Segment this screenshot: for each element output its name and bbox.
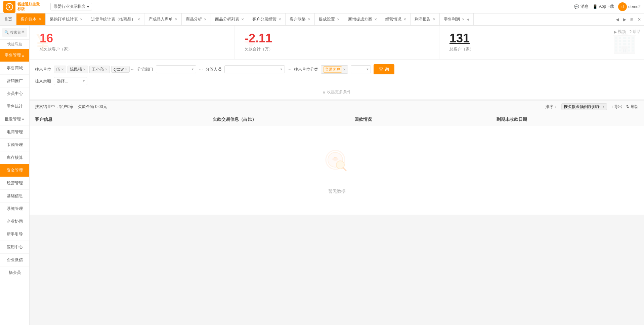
- filter-manager-select[interactable]: [224, 65, 285, 73]
- sidebar-item-marketing[interactable]: 营销推广: [0, 75, 29, 87]
- sidebar-item-enterprise-collab[interactable]: 企业协同: [0, 215, 29, 228]
- tab-close-icon[interactable]: ✕: [433, 17, 435, 21]
- query-button[interactable]: 查 询: [374, 64, 394, 74]
- tag-close-wangxiaoliang[interactable]: ✕: [105, 68, 108, 71]
- messages-button[interactable]: 💬 消息: [574, 4, 589, 9]
- tab-retail-profit[interactable]: 零售利润 ✕ ◀: [440, 13, 474, 25]
- sidebar-item-retail-management[interactable]: 零售管理 ▲: [0, 49, 29, 62]
- sidebar-item-ecommerce[interactable]: 电商管理: [0, 126, 29, 139]
- sidebar-quick-nav[interactable]: 快捷导航: [0, 40, 29, 49]
- sidebar-item-inventory[interactable]: 库存核算: [0, 151, 29, 164]
- help-icon[interactable]: ?帮助: [629, 29, 641, 35]
- tab-home[interactable]: 首页: [0, 13, 16, 25]
- filter-balance-select[interactable]: 选择...: [54, 77, 87, 85]
- tab-close-icon[interactable]: ✕: [374, 17, 377, 21]
- empty-state: 暂无数据: [30, 126, 644, 215]
- tab-product-inbound[interactable]: 产成品入库单 ✕: [144, 13, 182, 25]
- tab-close-icon[interactable]: ✕: [403, 17, 406, 21]
- tab-close-icon[interactable]: ✕: [241, 17, 244, 21]
- tab-close-icon[interactable]: ✕: [80, 17, 83, 21]
- table-header: 客户信息 欠款交易信息（占比） 回款情况 到期未收款日期: [30, 113, 644, 126]
- search-menu-button[interactable]: 🔍 搜索菜单: [2, 28, 27, 37]
- tab-commission-settings[interactable]: 提成设置 ✕: [315, 13, 344, 25]
- sort-select[interactable]: 按欠款金额倒序排序: [561, 103, 607, 110]
- sidebar-item-app-center[interactable]: 应用中心: [0, 241, 29, 254]
- sidebar-item-member[interactable]: 畅会员: [0, 266, 29, 279]
- tab-purchase-stats[interactable]: 进货单统计表（按商品） ✕: [87, 13, 144, 25]
- avatar: d: [618, 2, 627, 11]
- tab-purchase-order[interactable]: 采购订单统计表 ✕: [46, 13, 87, 25]
- export-icon: ↑: [611, 104, 613, 109]
- filter-manager-select-wrap: [224, 65, 285, 73]
- tab-product-analysis-list[interactable]: 商品分析列表 ✕: [211, 13, 248, 25]
- tag-close-ordinary-customer[interactable]: ✕: [343, 68, 346, 71]
- sidebar-item-member-center[interactable]: 会员中心: [0, 87, 29, 100]
- sidebar-item-new-guide[interactable]: 新手引导: [0, 228, 29, 241]
- main-layout: 🔍 搜索菜单 快捷导航 零售管理 ▲ 零售商城 营销推广 会员中心 零售统计 批…: [0, 26, 644, 325]
- sidebar-item-wechat[interactable]: 企业微信: [0, 254, 29, 266]
- filter-row-1: 往来单位 伍 ✕ 陈民强 ✕ 王小亮 ✕ cjttcw: [35, 64, 639, 74]
- filter-label-manager: 分管人员: [206, 67, 222, 72]
- logo-icon: ¥: [3, 1, 15, 13]
- tag-close-chenminqiang[interactable]: ✕: [83, 68, 86, 71]
- nav-close-all-icon[interactable]: ✕: [636, 16, 643, 23]
- user-profile[interactable]: d demo2: [618, 2, 641, 11]
- tab-close-icon[interactable]: ✕: [204, 17, 207, 21]
- tab-close-icon[interactable]: ✕: [308, 17, 310, 21]
- tab-business-status[interactable]: 经营情况 ✕: [381, 13, 411, 25]
- sidebar-item-operations[interactable]: 经营管理: [0, 177, 29, 190]
- video-help-icon[interactable]: ▶视频: [614, 29, 626, 35]
- stat-number-all-customers: 131: [449, 32, 634, 44]
- tab-close-icon[interactable]: ✕: [278, 17, 281, 21]
- refresh-button[interactable]: ↻ 刷新: [626, 104, 639, 110]
- filter-tag-cjttcw: cjttcw ✕: [111, 66, 130, 73]
- stat-label-debt: 欠款合计（万）: [245, 46, 429, 52]
- tab-close-icon[interactable]: ✕: [39, 17, 41, 21]
- filter-manager-more[interactable]: ···: [288, 67, 292, 72]
- result-actions: 排序： 按欠款金额倒序排序 ↑ 导出 ↻ 刷新: [545, 103, 639, 110]
- chevron-icon: ▼: [22, 118, 25, 121]
- sidebar-item-retail-stats[interactable]: 零售统计: [0, 100, 29, 113]
- export-button[interactable]: ↑ 导出: [611, 104, 622, 110]
- sidebar-item-basic-info[interactable]: 基础信息: [0, 190, 29, 203]
- filter-tags-unit: 伍 ✕ 陈民强 ✕ 王小亮 ✕ cjttcw ✕ ···: [54, 66, 134, 73]
- tab-product-analysis[interactable]: 商品分析 ✕: [182, 13, 211, 25]
- col-overdue-date: 到期未收款日期: [497, 116, 639, 122]
- filter-label-category: 往来单位分类: [294, 67, 318, 72]
- empty-text: 暂无数据: [328, 188, 346, 194]
- tab-new-commission[interactable]: 新增提成方案 ✕: [344, 13, 381, 25]
- tag-close-cjttcw[interactable]: ✕: [125, 68, 127, 71]
- sidebar-item-retail-mall[interactable]: 零售商城: [0, 62, 29, 75]
- sidebar-item-system[interactable]: 系统管理: [0, 203, 29, 215]
- sidebar-item-finance[interactable]: 资金管理: [0, 164, 29, 177]
- filter-more-tags[interactable]: ···: [131, 67, 134, 72]
- filter-balance-select-wrap: 选择...: [54, 77, 87, 85]
- workspace-selector[interactable]: 母婴行业演示帐套 ▾: [50, 3, 92, 10]
- data-table: 客户信息 欠款交易信息（占比） 回款情况 到期未收款日期: [30, 113, 644, 215]
- nav-next-arrow[interactable]: ▶: [621, 16, 628, 23]
- filter-dept-select[interactable]: [156, 65, 196, 73]
- tab-close-icon[interactable]: ✕: [462, 17, 465, 21]
- tab-customer-ledger[interactable]: 客户账本 ✕: [16, 13, 46, 25]
- nav-expand-icon[interactable]: ⊞: [629, 16, 635, 23]
- filter-tag-chenminqiang: 陈民强 ✕: [68, 66, 88, 73]
- tab-customer-tier[interactable]: 客户分层经营 ✕: [248, 13, 286, 25]
- tab-close-icon[interactable]: ✕: [337, 17, 340, 21]
- tab-profit-report[interactable]: 利润报告 ✕: [411, 13, 440, 25]
- stat-number-debt: -2.11: [245, 32, 429, 44]
- sidebar-item-wholesale[interactable]: 批发管理 ▼: [0, 113, 29, 126]
- filter-label-balance: 往来余额: [35, 78, 51, 84]
- collapse-filter-button[interactable]: ∧ 收起更多条件: [35, 88, 639, 95]
- result-summary: 搜索结果中，客户0家 欠款金额 0.00元: [35, 104, 107, 110]
- tab-customer-contact[interactable]: 客户联络 ✕: [286, 13, 315, 25]
- sidebar-search-area: 🔍 搜索菜单: [0, 26, 29, 40]
- tag-close-wu[interactable]: ✕: [61, 68, 64, 71]
- nav-prev-arrow[interactable]: ◀: [614, 16, 620, 23]
- filter-dept-more[interactable]: ···: [199, 67, 203, 72]
- chevron-up-icon: ∧: [323, 90, 326, 95]
- filter-category-select[interactable]: [351, 65, 371, 73]
- sidebar-item-purchase[interactable]: 采购管理: [0, 139, 29, 151]
- tab-close-icon[interactable]: ✕: [175, 17, 177, 21]
- app-download-button[interactable]: 📱 App下载: [593, 4, 614, 9]
- tab-close-icon[interactable]: ✕: [137, 17, 140, 21]
